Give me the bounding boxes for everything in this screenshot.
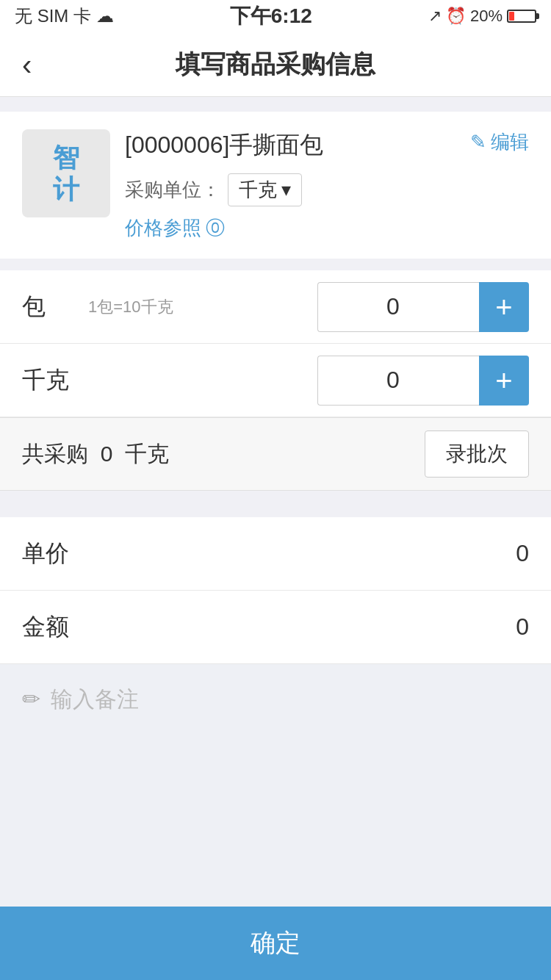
unit-price-value: 0	[516, 540, 529, 567]
product-thumbnail: 智计	[22, 129, 110, 217]
kg-input[interactable]	[317, 356, 479, 406]
status-right: ↗ ⏰ 20%	[428, 7, 536, 26]
bag-input[interactable]	[317, 282, 479, 332]
edit-button[interactable]: ✎ 编辑	[470, 129, 529, 155]
confirm-label: 确定	[251, 926, 300, 960]
price-ref-label: 价格参照	[125, 215, 201, 241]
kg-row: 千克 +	[0, 344, 551, 417]
help-icon: ⓪	[206, 215, 225, 241]
summary-text: 共采购 0 千克	[22, 439, 169, 469]
summary-unit: 千克	[125, 442, 169, 466]
status-time: 下午6:12	[230, 2, 312, 30]
amount-label: 金额	[22, 611, 69, 644]
unit-value: 千克	[239, 177, 277, 203]
page-title: 填写商品采购信息	[176, 48, 375, 82]
unit-label: 采购单位：	[125, 177, 220, 203]
product-logo: 智计	[53, 142, 79, 205]
note-placeholder: 输入备注	[51, 685, 139, 715]
battery-icon	[507, 10, 536, 23]
kg-input-wrapper: +	[317, 356, 529, 406]
battery-percent: 20%	[470, 7, 503, 26]
location-icon: ↗	[428, 7, 442, 26]
edit-icon: ✎	[470, 131, 486, 154]
sim-status: 无 SIM 卡 ☁	[15, 4, 114, 28]
summary-label: 共采购	[22, 442, 88, 466]
product-card: 智计 [0000006]手撕面包 采购单位： 千克 ▾ 价格参照 ⓪ ✎ 编辑	[0, 112, 551, 259]
nav-bar: ‹ 填写商品采购信息	[0, 32, 551, 97]
unit-price-label: 单价	[22, 538, 69, 570]
kg-label: 千克	[22, 364, 81, 397]
pencil-icon: ✏	[22, 686, 40, 712]
back-button[interactable]: ‹	[22, 43, 39, 87]
bag-row: 包 1包=10千克 +	[0, 270, 551, 344]
alarm-icon: ⏰	[446, 7, 466, 26]
unit-select[interactable]: 千克 ▾	[228, 173, 302, 206]
bag-sub-label: 1包=10千克	[88, 296, 173, 318]
summary-value: 0	[101, 442, 113, 466]
edit-label: 编辑	[491, 129, 529, 155]
product-info: [0000006]手撕面包 采购单位： 千克 ▾ 价格参照 ⓪	[125, 129, 529, 241]
price-section: 单价 0 金额 0	[0, 517, 551, 664]
bag-plus-button[interactable]: +	[479, 282, 529, 332]
bag-section: 包 1包=10千克 + 千克 + 共采购 0 千克 录批次	[0, 270, 551, 491]
confirm-button[interactable]: 确定	[0, 907, 551, 980]
divider-2	[0, 491, 551, 502]
amount-row: 金额 0	[0, 591, 551, 664]
divider-1	[0, 259, 551, 270]
unit-price-row: 单价 0	[0, 517, 551, 591]
summary-row: 共采购 0 千克 录批次	[0, 417, 551, 491]
product-name: [0000006]手撕面包	[125, 129, 529, 162]
amount-value: 0	[516, 613, 529, 641]
batch-button[interactable]: 录批次	[425, 430, 529, 478]
bag-input-wrapper: +	[317, 282, 529, 332]
kg-plus-button[interactable]: +	[479, 356, 529, 406]
price-ref-button[interactable]: 价格参照 ⓪	[125, 215, 529, 241]
status-left: 无 SIM 卡 ☁	[15, 4, 114, 28]
chevron-down-icon: ▾	[281, 179, 291, 201]
status-bar: 无 SIM 卡 ☁ 下午6:12 ↗ ⏰ 20%	[0, 0, 551, 32]
product-unit-row: 采购单位： 千克 ▾	[125, 173, 529, 206]
bag-label: 包	[22, 291, 81, 323]
